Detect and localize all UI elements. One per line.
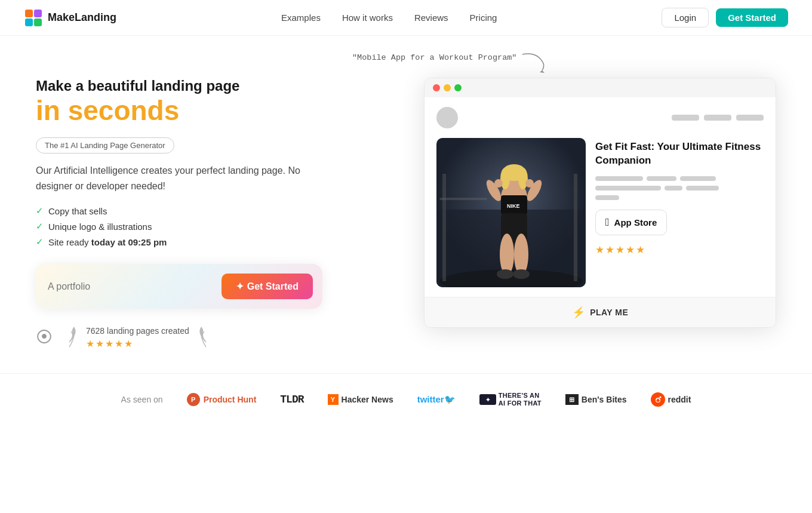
preview-fitness-image: NIKE (436, 138, 586, 287)
feature-site-ready: ✓ Site ready today at 09:25 pm (36, 236, 322, 247)
hero-badge: The #1 AI Landing Page Generator (36, 137, 174, 153)
login-button[interactable]: Login (662, 8, 709, 27)
taf-box-icon: ✦ (479, 394, 496, 405)
fitness-woman-svg: NIKE (436, 138, 586, 287)
reddit-logo: reddit (651, 392, 691, 407)
svg-point-20 (525, 179, 534, 188)
hero-description: Our Artificial Intelligence creates your… (36, 163, 322, 193)
hero-input-box: ✦ Get Started (36, 264, 322, 309)
bens-bites-logo: ⊞ Ben's Bites (565, 394, 627, 405)
preview-text-side: Get Fit Fast: Your Ultimate Fitness Comp… (595, 138, 764, 287)
app-store-button[interactable]:  App Store (595, 210, 667, 235)
svg-rect-2 (25, 10, 33, 17)
preview-body: NIKE (436, 138, 764, 287)
svg-point-34 (656, 400, 656, 401)
svg-rect-4 (25, 19, 33, 26)
tldr-logo: TLDR (280, 394, 303, 406)
preview-nav-line-3 (736, 115, 764, 121)
laurel-right-icon (199, 325, 213, 349)
hero-title-line1: Make a beautiful landing page (36, 78, 239, 94)
nav-actions: Login Get Started (662, 8, 788, 27)
bb-square-icon: ⊞ (565, 394, 579, 405)
logo-text: MakeLanding (48, 11, 116, 24)
hero-section: Make a beautiful landing page in seconds… (0, 36, 812, 373)
get-started-nav-button[interactable]: Get Started (716, 8, 788, 27)
nav-links: Examples How it works Reviews Pricing (281, 13, 497, 23)
social-proof-stars: ★ ★ ★ ★ ★ (86, 338, 189, 349)
search-input[interactable] (45, 277, 216, 297)
play-icon: ⚡ (572, 306, 586, 319)
preview-line-row-3 (595, 195, 764, 200)
svg-point-24 (497, 269, 513, 279)
dot-yellow (444, 84, 451, 91)
svg-point-35 (659, 400, 659, 401)
svg-text:NIKE: NIKE (507, 203, 520, 209)
logo-link[interactable]: MakeLanding (24, 8, 116, 27)
svg-rect-3 (34, 10, 42, 17)
preview-nav-line-2 (704, 115, 731, 121)
nav-reviews[interactable]: Reviews (414, 13, 448, 23)
svg-rect-5 (34, 19, 42, 26)
feature-copy: ✓ Copy that sells (36, 205, 322, 216)
dot-green (454, 84, 462, 91)
preview-line-row-1 (595, 176, 764, 181)
bens-bites-text: Ben's Bites (582, 395, 627, 404)
as-seen-on-section: As seen on P Product Hunt TLDR Y Hacker … (0, 373, 812, 425)
svg-rect-28 (439, 198, 487, 200)
hero-right: "Mobile App for a Workout Program" (346, 78, 776, 328)
nav-examples[interactable]: Examples (281, 13, 321, 23)
reddit-circle-icon (651, 392, 665, 407)
play-me-bar[interactable]: ⚡ PLAY ME (425, 297, 776, 327)
pages-count: 7628 landing pages created (86, 326, 189, 336)
site-ready-time: today at 09:25 pm (91, 237, 167, 247)
svg-point-33 (659, 399, 660, 400)
svg-point-25 (513, 269, 530, 279)
window-bar (425, 78, 776, 97)
product-hunt-text: Product Hunt (204, 395, 257, 404)
hero-left: Make a beautiful landing page in seconds… (36, 78, 322, 349)
hacker-news-logo: Y Hacker News (328, 394, 393, 405)
feature-logo: ✓ Unique logo & illustrations (36, 221, 322, 232)
apple-icon:  (605, 216, 610, 229)
dot-red (433, 84, 440, 91)
nav-how-it-works[interactable]: How it works (342, 13, 393, 23)
as-seen-label: As seen on (121, 395, 163, 404)
svg-rect-26 (442, 174, 446, 281)
curved-arrow-icon (519, 51, 549, 75)
twitter-text: twitter🐦 (417, 394, 456, 405)
preview-content: NIKE (425, 97, 776, 297)
nav-pricing[interactable]: Pricing (470, 13, 497, 23)
taf-logo: ✦ THERE'S ANAI FOR THAT (479, 392, 542, 407)
svg-point-36 (659, 397, 661, 398)
preview-text-lines (595, 176, 764, 200)
social-proof: ⦿ 7628 landing pages created ★ ★ ★ ★ ★ (36, 325, 322, 349)
get-started-main-button[interactable]: ✦ Get Started (222, 274, 313, 299)
product-hunt-logo: P Product Hunt (187, 393, 257, 406)
svg-point-14 (518, 168, 528, 189)
svg-point-22 (500, 234, 514, 275)
app-store-label: App Store (614, 217, 657, 228)
sparkle-icon: ✦ (236, 281, 244, 292)
preview-logo-placeholder (436, 107, 458, 128)
hero-features-list: ✓ Copy that sells ✓ Unique logo & illust… (36, 205, 322, 247)
svg-point-13 (500, 168, 510, 189)
preview-window: NIKE (424, 78, 776, 328)
navbar: MakeLanding Examples How it works Review… (0, 0, 812, 36)
laurel-left: ⦿ (36, 328, 53, 347)
hero-title-accent: in seconds (36, 95, 179, 126)
preview-page-title: Get Fit Fast: Your Ultimate Fitness Comp… (595, 140, 764, 168)
twitter-logo: twitter🐦 (417, 394, 456, 405)
check-icon-2: ✓ (36, 221, 44, 232)
hn-square-icon: Y (328, 394, 339, 405)
check-icon-1: ✓ (36, 205, 44, 216)
check-icon-3: ✓ (36, 236, 44, 247)
preview-nav-line-1 (672, 115, 699, 121)
play-me-label: PLAY ME (590, 308, 628, 317)
hero-title: Make a beautiful landing page in seconds (36, 78, 322, 127)
preview-header-row (436, 107, 764, 128)
preview-line-row-2 (595, 186, 764, 191)
ph-circle-icon: P (187, 393, 200, 406)
svg-point-32 (656, 399, 657, 400)
prompt-label: "Mobile App for a Workout Program" (352, 53, 516, 62)
svg-point-23 (514, 234, 528, 275)
